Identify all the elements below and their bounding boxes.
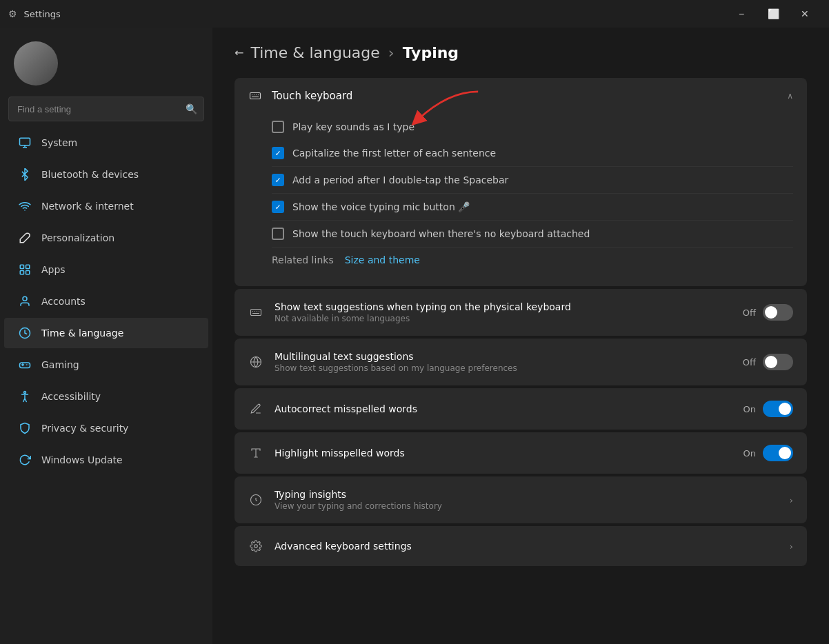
- maximize-button[interactable]: ⬜: [757, 3, 789, 25]
- svg-rect-7: [20, 363, 30, 368]
- multilingual-subtitle: Show text suggestions based on my langua…: [274, 363, 517, 373]
- sidebar-item-privacy-label: Privacy & security: [41, 423, 128, 434]
- touch-keyboard-header[interactable]: Touch keyboard ∧: [234, 78, 807, 114]
- related-link-size-theme[interactable]: Size and theme: [345, 254, 420, 265]
- breadcrumb: Time & language: [250, 44, 379, 61]
- checkbox-key-sounds-label: Play key sounds as I type: [292, 121, 415, 132]
- sidebar-item-personalization[interactable]: Personalization: [4, 223, 208, 253]
- checkbox-row-period[interactable]: Add a period after I double-tap the Spac…: [272, 167, 793, 194]
- sidebar-item-time[interactable]: Time & language: [4, 318, 208, 348]
- sidebar-item-accessibility[interactable]: Accessibility: [4, 381, 208, 412]
- sidebar-item-network-label: Network & internet: [41, 201, 134, 212]
- checkbox-no-keyboard[interactable]: [272, 228, 284, 240]
- checkbox-period[interactable]: [272, 174, 284, 186]
- touch-keyboard-body: Play key sounds as I type Capitalize the…: [234, 114, 807, 286]
- svg-rect-2: [26, 265, 30, 268]
- sidebar-item-network[interactable]: Network & internet: [4, 191, 208, 221]
- titlebar: ⚙ Settings − ⬜ ✕: [0, 0, 829, 28]
- autocorrect-icon: [248, 401, 263, 416]
- person-icon: [18, 294, 32, 308]
- sidebar-item-apps[interactable]: Apps: [4, 254, 208, 285]
- svg-point-8: [24, 392, 26, 394]
- autocorrect-right: On: [743, 401, 793, 417]
- advanced-keyboard-row[interactable]: Advanced keyboard settings ›: [234, 526, 807, 566]
- sidebar-item-system[interactable]: System: [4, 128, 208, 158]
- multilingual-row[interactable]: Multilingual text suggestions Show text …: [234, 339, 807, 385]
- highlight-text: Highlight misspelled words: [274, 447, 405, 459]
- chevron-right-icon2: ›: [790, 541, 793, 552]
- text-suggestions-toggle[interactable]: [763, 304, 793, 321]
- titlebar-left: ⚙ Settings: [8, 8, 61, 19]
- sidebar-item-accessibility-label: Accessibility: [41, 391, 101, 402]
- checkbox-no-keyboard-label: Show the touch keyboard when there's no …: [292, 228, 590, 239]
- typing-insights-left: Typing insights View your typing and cor…: [248, 489, 442, 511]
- bluetooth-icon: [18, 168, 32, 181]
- update-icon: [18, 453, 32, 467]
- typing-insights-title: Typing insights: [274, 489, 442, 500]
- checkbox-row-key-sounds[interactable]: Play key sounds as I type: [272, 114, 793, 140]
- text-suggestions-right: Off: [743, 304, 793, 321]
- checkbox-voice-mic[interactable]: [272, 201, 284, 213]
- accessibility-icon: [18, 390, 32, 403]
- sidebar-item-privacy[interactable]: Privacy & security: [4, 413, 208, 443]
- autocorrect-title: Autocorrect misspelled words: [274, 403, 417, 414]
- highlight-toggle[interactable]: [763, 445, 793, 461]
- text-suggestions-title: Show text suggestions when typing on the…: [274, 301, 571, 312]
- autocorrect-row[interactable]: Autocorrect misspelled words On: [234, 388, 807, 430]
- wifi-icon: [18, 199, 32, 213]
- checkbox-period-label: Add a period after I double-tap the Spac…: [292, 174, 508, 185]
- multilingual-toggle[interactable]: [763, 354, 793, 370]
- typing-insights-text: Typing insights View your typing and cor…: [274, 489, 442, 511]
- page-header: ← Time & language › Typing: [234, 44, 807, 61]
- sidebar-item-bluetooth[interactable]: Bluetooth & devices: [4, 159, 208, 190]
- sidebar-item-bluetooth-label: Bluetooth & devices: [41, 169, 139, 180]
- svg-rect-4: [26, 271, 30, 274]
- multilingual-text: Multilingual text suggestions Show text …: [274, 351, 517, 373]
- checkbox-row-voice-mic[interactable]: Show the voice typing mic button 🎤: [272, 194, 793, 221]
- svg-rect-1: [20, 265, 23, 268]
- page-title: Typing: [403, 44, 459, 61]
- sidebar-item-gaming-label: Gaming: [41, 359, 79, 370]
- advanced-keyboard-title: Advanced keyboard settings: [274, 541, 412, 552]
- autocorrect-toggle[interactable]: [763, 401, 793, 417]
- avatar: [14, 41, 58, 85]
- related-links-label: Related links: [272, 254, 334, 265]
- multilingual-title: Multilingual text suggestions: [274, 351, 517, 362]
- checkbox-row-no-keyboard[interactable]: Show the touch keyboard when there's no …: [272, 221, 793, 248]
- checkbox-row-capitalize[interactable]: Capitalize the first letter of each sent…: [272, 140, 793, 167]
- related-links-row: Related links Size and theme: [272, 248, 793, 275]
- typing-insights-row[interactable]: Typing insights View your typing and cor…: [234, 476, 807, 523]
- toggle-thumb: [765, 306, 777, 319]
- minimize-button[interactable]: −: [726, 3, 757, 25]
- chevron-right-icon: ›: [790, 495, 793, 505]
- close-button[interactable]: ✕: [789, 3, 821, 25]
- controller-icon: [18, 358, 32, 372]
- highlight-left: Highlight misspelled words: [248, 445, 405, 461]
- toggle-thumb: [765, 356, 777, 368]
- insights-icon: [248, 492, 263, 507]
- sidebar-item-accounts[interactable]: Accounts: [4, 286, 208, 316]
- text-suggestions-toggle-label: Off: [743, 308, 756, 318]
- multilingual-left: Multilingual text suggestions Show text …: [248, 351, 517, 373]
- sidebar-item-gaming[interactable]: Gaming: [4, 350, 208, 380]
- advanced-keyboard-text: Advanced keyboard settings: [274, 541, 412, 552]
- checkbox-capitalize-label: Capitalize the first letter of each sent…: [292, 148, 496, 159]
- back-button[interactable]: ←: [234, 46, 243, 59]
- search-input[interactable]: [8, 97, 204, 121]
- checkbox-capitalize[interactable]: [272, 147, 284, 159]
- sidebar-item-personalization-label: Personalization: [41, 232, 114, 243]
- checkbox-key-sounds[interactable]: [272, 121, 284, 133]
- text-suggestions-text: Show text suggestions when typing on the…: [274, 301, 571, 323]
- multilingual-toggle-label: Off: [743, 357, 756, 368]
- main-content: ← Time & language › Typing Touch keyboar…: [212, 28, 829, 644]
- search-icon: 🔍: [186, 103, 197, 114]
- highlight-row[interactable]: Highlight misspelled words On: [234, 432, 807, 474]
- autocorrect-toggle-label: On: [743, 404, 756, 414]
- sidebar-item-update[interactable]: Windows Update: [4, 445, 208, 475]
- card-header-left: Touch keyboard: [248, 89, 352, 103]
- text-suggestions-row[interactable]: Show text suggestions when typing on the…: [234, 289, 807, 336]
- toggle-thumb: [779, 403, 791, 415]
- settings-icon: ⚙: [8, 8, 17, 19]
- sidebar-item-time-label: Time & language: [41, 328, 123, 339]
- breadcrumb-separator: ›: [388, 44, 394, 61]
